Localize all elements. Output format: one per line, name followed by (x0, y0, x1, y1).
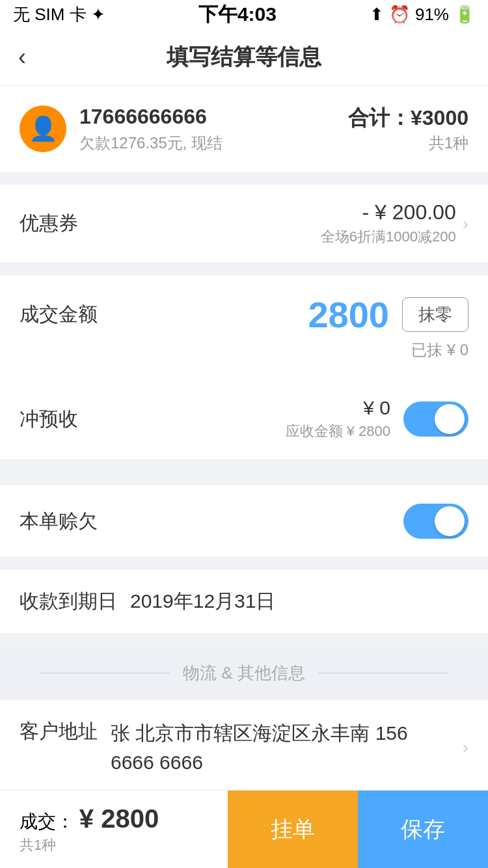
customer-card: 👤 17666666666 欠款1276.35元, 现结 合计：¥3000 共1… (0, 86, 488, 172)
customer-row: 👤 17666666666 欠款1276.35元, 现结 合计：¥3000 共1… (20, 104, 468, 154)
prepay-toggle[interactable] (403, 401, 468, 437)
prepay-row: 冲预收 ¥ 0 应收金额 ¥ 2800 (20, 379, 468, 441)
prepay-sub: 应收金额 ¥ 2800 (286, 422, 390, 441)
customer-info: 17666666666 欠款1276.35元, 现结 (79, 105, 223, 154)
amount-number: 2800 (308, 293, 389, 336)
coupon-value-group: - ¥ 200.00 全场6折满1000减200 › (321, 200, 468, 247)
separator-2 (0, 459, 488, 472)
amount-row: 成交金额 2800 抹零 (20, 293, 468, 336)
total-count: 共1种 (348, 133, 468, 154)
back-button[interactable]: ‹ (18, 44, 26, 71)
bottom-bar: 成交： ¥ 2800 共1种 挂单 保存 (0, 790, 488, 868)
nav-bar: ‹ 填写结算等信息 (0, 29, 488, 86)
duedate-label: 收款到期日 (20, 588, 117, 615)
amount-section: 成交金额 2800 抹零 已抹 ¥ 0 (0, 275, 488, 379)
coupon-row[interactable]: 优惠券 - ¥ 200.00 全场6折满1000减200 › (0, 185, 488, 262)
prepay-amounts: ¥ 0 应收金额 ¥ 2800 (286, 397, 390, 441)
status-time: 下午4:03 (198, 1, 277, 28)
debt-toggle-knob (435, 506, 465, 536)
prepay-value: ¥ 0 (286, 397, 390, 419)
alarm-icon: ⏰ (389, 5, 410, 25)
logistics-divider: 物流 & 其他信息 (0, 646, 488, 700)
address-value: 张 北京市市辖区海淀区永丰南 156 6666 6666 (111, 718, 456, 777)
page-title: 填写结算等信息 (167, 42, 321, 72)
avatar-icon: 👤 (29, 115, 58, 142)
sim-label: 无 SIM 卡 ✦ (13, 3, 105, 26)
customer-debt: 欠款1276.35元, 现结 (79, 133, 223, 154)
duedate-value: 2019年12月31日 (130, 588, 275, 615)
battery-icon: 🔋 (454, 5, 475, 25)
amount-sub: 已抹 ¥ 0 (20, 340, 468, 360)
address-right: 张 北京市市辖区海淀区永丰南 156 6666 6666 › (111, 718, 468, 777)
avatar: 👤 (20, 105, 66, 152)
debt-section: 本单赊欠 (0, 485, 488, 557)
coupon-desc: 全场6折满1000减200 (321, 227, 456, 247)
location-icon: ⬆ (370, 5, 384, 25)
bottom-amount: ¥ 2800 (79, 804, 159, 833)
debt-toggle[interactable] (403, 504, 468, 539)
bottom-label-row: 成交： ¥ 2800 (20, 804, 208, 834)
prepay-right: ¥ 0 应收金额 ¥ 2800 (286, 397, 468, 441)
coupon-value: - ¥ 200.00 全场6折满1000减200 (321, 200, 456, 247)
customer-left: 👤 17666666666 欠款1276.35元, 现结 (20, 105, 223, 154)
toggle-knob (435, 404, 465, 434)
coupon-amount: - ¥ 200.00 (362, 200, 456, 224)
separator-1 (0, 262, 488, 275)
bottom-count: 共1种 (20, 835, 208, 855)
prepay-section: 冲预收 ¥ 0 应收金额 ¥ 2800 (0, 379, 488, 459)
bottom-prefix: 成交： (20, 811, 74, 832)
debt-label: 本单赊欠 (20, 508, 98, 535)
content-area: 👤 17666666666 欠款1276.35元, 现结 合计：¥3000 共1… (0, 86, 488, 868)
address-chevron-icon: › (463, 737, 468, 758)
status-bar: 无 SIM 卡 ✦ 下午4:03 ⬆ ⏰ 91% 🔋 (0, 0, 488, 29)
address-label: 客户地址 (20, 718, 98, 745)
coupon-label: 优惠券 (20, 210, 78, 237)
battery-label: 91% (415, 5, 449, 25)
chevron-right-icon: › (463, 213, 468, 234)
status-right: ⬆ ⏰ 91% 🔋 (370, 5, 475, 25)
total-amount: 合计：¥3000 (348, 104, 468, 133)
hold-button[interactable]: 挂单 (228, 791, 358, 868)
status-left: 无 SIM 卡 ✦ (13, 3, 105, 26)
bottom-summary: 成交： ¥ 2800 共1种 (0, 791, 228, 868)
amount-value-group: 2800 抹零 (308, 293, 468, 336)
duedate-section: 收款到期日 2019年12月31日 (0, 570, 488, 633)
save-button[interactable]: 保存 (358, 791, 488, 868)
amount-label: 成交金额 (20, 301, 98, 328)
round-button[interactable]: 抹零 (402, 297, 468, 332)
divider-text: 物流 & 其他信息 (170, 662, 318, 685)
address-section[interactable]: 客户地址 张 北京市市辖区海淀区永丰南 156 6666 6666 › (0, 700, 488, 795)
customer-phone: 17666666666 (79, 105, 223, 129)
customer-total: 合计：¥3000 共1种 (348, 104, 468, 154)
prepay-label: 冲预收 (20, 406, 78, 433)
